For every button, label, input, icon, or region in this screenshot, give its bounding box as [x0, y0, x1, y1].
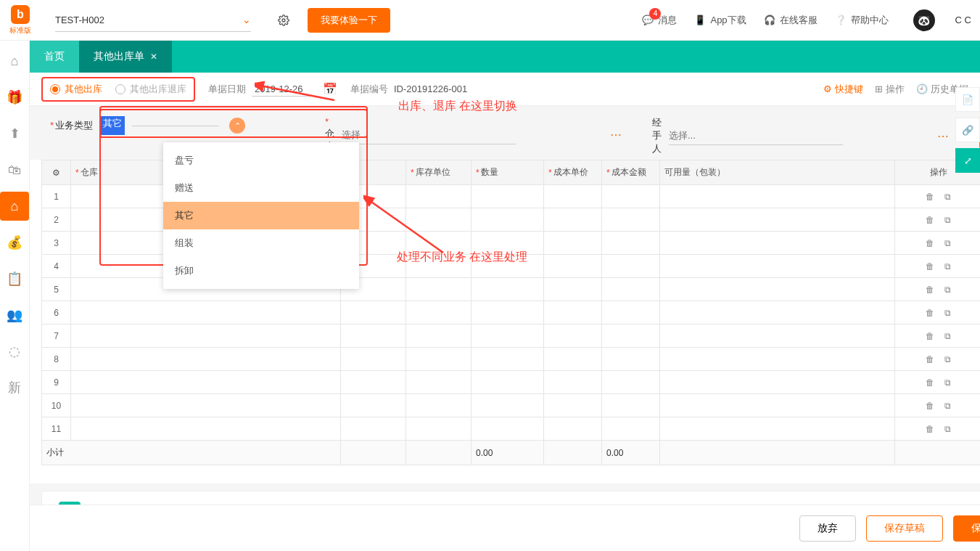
save-draft-button[interactable]: 保存草稿 — [866, 515, 943, 542]
table-cell[interactable] — [341, 417, 406, 441]
table-cell[interactable] — [472, 417, 544, 441]
table-cell[interactable] — [472, 255, 544, 278]
gutter-note-icon[interactable]: 📄 — [955, 87, 980, 112]
nav-home-icon[interactable]: ⌂ — [0, 46, 29, 75]
table-cell[interactable] — [660, 417, 895, 441]
row-actions[interactable]: 🗑⧉ — [895, 208, 980, 232]
table-cell[interactable] — [660, 278, 895, 301]
more-icon[interactable]: ⋯ — [610, 128, 623, 142]
copy-icon[interactable]: ⧉ — [944, 401, 951, 411]
table-cell[interactable] — [406, 278, 472, 301]
radio-outbound[interactable]: 其他出库 — [50, 83, 102, 96]
table-cell[interactable] — [602, 348, 660, 371]
table-cell[interactable] — [406, 232, 472, 255]
table-cell[interactable] — [71, 301, 341, 325]
table-cell[interactable] — [472, 325, 544, 348]
table-cell[interactable] — [71, 325, 341, 348]
delete-icon[interactable]: 🗑 — [926, 331, 934, 341]
table-cell[interactable] — [602, 278, 660, 301]
copy-icon[interactable]: ⧉ — [944, 331, 951, 341]
row-actions[interactable]: 🗑⧉ — [895, 278, 980, 301]
calendar-icon[interactable]: 📅 — [323, 82, 337, 96]
row-actions[interactable]: 🗑⧉ — [895, 301, 980, 325]
nav-gift-icon[interactable]: 🎁 — [0, 83, 29, 112]
row-actions[interactable]: 🗑⧉ — [895, 394, 980, 417]
table-cell[interactable] — [602, 325, 660, 348]
table-cell[interactable] — [602, 232, 660, 255]
table-cell[interactable] — [406, 208, 472, 232]
table-cell[interactable] — [406, 301, 472, 325]
close-icon[interactable]: ✕ — [150, 52, 157, 62]
delete-icon[interactable]: 🗑 — [926, 192, 934, 202]
delete-icon[interactable]: 🗑 — [926, 377, 934, 388]
delete-icon[interactable]: 🗑 — [926, 285, 934, 295]
help-link[interactable]: ❔ 帮助中心 — [835, 14, 889, 27]
table-cell[interactable] — [544, 232, 602, 255]
table-cell[interactable] — [660, 208, 895, 232]
date-input[interactable]: 2019-12-26 — [252, 82, 317, 97]
delete-icon[interactable]: 🗑 — [926, 424, 934, 434]
nav-in-icon[interactable]: ⬆ — [0, 119, 29, 148]
copy-icon[interactable]: ⧉ — [944, 308, 951, 318]
table-cell[interactable] — [660, 348, 895, 371]
dropdown-item[interactable]: 盘亏 — [163, 147, 359, 174]
app-download-link[interactable]: 📱 App下载 — [694, 14, 746, 27]
table-cell[interactable] — [544, 417, 602, 441]
table-cell[interactable] — [341, 394, 406, 417]
table-cell[interactable] — [472, 185, 544, 208]
row-actions[interactable]: 🗑⧉ — [895, 255, 980, 278]
table-cell[interactable] — [472, 232, 544, 255]
table-cell[interactable] — [660, 255, 895, 278]
biztype-select[interactable]: 其它 — [100, 116, 125, 135]
nav-loading-icon[interactable]: ◌ — [0, 337, 29, 366]
nav-contacts-icon[interactable]: 👥 — [0, 301, 29, 330]
copy-icon[interactable]: ⧉ — [944, 354, 951, 364]
trial-button[interactable]: 我要体验一下 — [308, 8, 390, 33]
more-icon[interactable]: ⋯ — [937, 129, 950, 143]
table-cell[interactable] — [544, 278, 602, 301]
chevron-up-icon[interactable]: ⌃ — [229, 118, 245, 134]
nav-money-icon[interactable]: 💰 — [0, 228, 29, 257]
table-cell[interactable] — [660, 185, 895, 208]
dropdown-item[interactable]: 组装 — [163, 229, 359, 257]
tab-home[interactable]: 首页 — [30, 41, 79, 73]
table-cell[interactable] — [406, 325, 472, 348]
delete-icon[interactable]: 🗑 — [926, 238, 934, 248]
delete-icon[interactable]: 🗑 — [926, 308, 934, 318]
dropdown-item[interactable]: 赠送 — [163, 174, 359, 202]
nav-warehouse-icon[interactable]: ⌂ — [0, 192, 29, 221]
table-cell[interactable] — [472, 394, 544, 417]
delete-icon[interactable]: 🗑 — [926, 261, 934, 272]
table-cell[interactable] — [660, 301, 895, 325]
dropdown-item[interactable]: 拆卸 — [163, 257, 359, 285]
warehouse-select[interactable] — [342, 126, 516, 144]
radio-return[interactable]: 其他出库退库 — [115, 83, 186, 96]
gutter-link-icon[interactable]: 🔗 — [955, 118, 980, 142]
agent-select[interactable] — [669, 126, 843, 145]
nav-bag-icon[interactable]: 🛍 — [0, 155, 29, 184]
row-actions[interactable]: 🗑⧉ — [895, 348, 980, 371]
copy-icon[interactable]: ⧉ — [944, 424, 951, 434]
delete-icon[interactable]: 🗑 — [926, 354, 934, 364]
table-cell[interactable] — [544, 394, 602, 417]
table-cell[interactable] — [660, 325, 895, 348]
dropdown-item[interactable]: 其它 — [163, 202, 359, 229]
table-cell[interactable] — [472, 208, 544, 232]
table-cell[interactable] — [71, 394, 341, 417]
save-button[interactable]: 保存▾ — [953, 515, 980, 542]
table-cell[interactable] — [341, 348, 406, 371]
operate-link[interactable]: ⊞ 操作 — [875, 83, 905, 96]
table-cell[interactable] — [341, 371, 406, 394]
nav-clipboard-icon[interactable]: 📋 — [0, 264, 29, 293]
table-cell[interactable] — [406, 348, 472, 371]
table-cell[interactable] — [71, 417, 341, 441]
table-cell[interactable] — [602, 394, 660, 417]
table-cell[interactable] — [602, 185, 660, 208]
table-cell[interactable] — [406, 417, 472, 441]
table-cell[interactable] — [472, 278, 544, 301]
row-actions[interactable]: 🗑⧉ — [895, 185, 980, 208]
tab-current[interactable]: 其他出库单 ✕ — [79, 41, 172, 73]
table-cell[interactable] — [544, 185, 602, 208]
row-actions[interactable]: 🗑⧉ — [895, 232, 980, 255]
table-cell[interactable] — [660, 371, 895, 394]
